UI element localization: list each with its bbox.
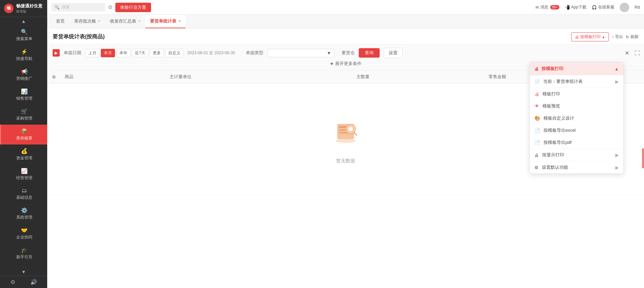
template-pdf-item[interactable]: 📄 按模板导出pdf xyxy=(530,136,623,149)
main-area: 🔍 搜索 ⚙ 体验行业方案 ✉ 消息 99+ 📲 App下载 🎧 在线客服 Ri… xyxy=(47,0,644,288)
current-template-section: 📄 当前：要货单统计表 ▶ xyxy=(530,75,623,88)
app-download-icon: 📲 xyxy=(565,5,570,10)
set-default-item[interactable]: ⚙ 设置默认功能 ▶ xyxy=(530,161,623,173)
settings-button[interactable]: 设置 xyxy=(384,48,403,58)
user-name: Rit xyxy=(635,5,640,10)
preview-icon: 👁 xyxy=(534,103,539,109)
user-avatar[interactable] xyxy=(620,3,629,12)
date-btn-custom[interactable]: 自定义 xyxy=(165,49,183,57)
window-close-btn[interactable]: ✕ xyxy=(623,49,631,58)
set-default-section: ⚙ 设置默认功能 ▶ xyxy=(530,161,623,173)
col-settings[interactable]: ⚙ xyxy=(47,70,61,84)
order-type-select[interactable]: ▼ xyxy=(267,49,335,57)
sidebar-item-marketing[interactable]: 📢 营销推广 xyxy=(0,65,47,85)
template-print-item[interactable]: 🖨 模板打印 xyxy=(530,88,623,100)
tab-receivable-summary-close[interactable]: × xyxy=(138,19,141,24)
set-default-arrow: ▶ xyxy=(615,165,619,170)
template-excel-item[interactable]: 📄 按模板导出excel xyxy=(530,124,623,136)
sidebar-item-label: 搜索菜单 xyxy=(16,36,32,42)
col-unit: 主计量单位 xyxy=(166,70,352,84)
query-button[interactable]: 查询 xyxy=(359,48,380,58)
expand-label: 展开更多条件 xyxy=(335,61,361,67)
topbar-messages[interactable]: ✉ 消息 99+ xyxy=(535,4,559,10)
template-custom-item[interactable]: 🎨 模板自定义设计 xyxy=(530,112,623,124)
tab-receivable-summary[interactable]: 收发存汇总表 × xyxy=(105,15,145,28)
app-download-label: App下载 xyxy=(571,4,586,10)
search-icon: 🔍 xyxy=(21,29,28,35)
sidebar-scroll-down[interactable]: ▼ xyxy=(0,268,47,276)
sidebar-item-label: 库存核算 xyxy=(16,135,32,141)
display-print-item[interactable]: 🖨 按显示打印 ▶ xyxy=(530,149,623,161)
tab-order-stats-close[interactable]: × xyxy=(178,19,181,24)
topbar-gear-icon[interactable]: ⚙ xyxy=(108,4,113,10)
sidebar-item-finance[interactable]: 💰 资金管理 xyxy=(0,145,47,164)
date-btn-current[interactable]: 本月 xyxy=(101,49,115,57)
date-btn-more[interactable]: 更多 xyxy=(150,49,164,57)
sidebar-item-inventory[interactable]: 📦 库存核算 xyxy=(0,125,47,145)
sidebar-nav: 🔍 搜索菜单 ⚡ 快捷导航 📢 营销推广 📊 销售管理 🛒 采购管理 📦 库存核… xyxy=(0,25,47,268)
sidebar-logo: 畅 畅捷通好生意 标准版 xyxy=(0,0,47,17)
tab-order-stats[interactable]: 要货单统计表 × xyxy=(145,15,185,28)
sidebar-audio-btn[interactable]: 🔊 xyxy=(30,279,37,285)
sidebar-item-search[interactable]: 🔍 搜索菜单 xyxy=(0,25,47,45)
design-icon: 🎨 xyxy=(534,116,540,121)
sidebar-item-label: 销售管理 xyxy=(16,96,32,101)
export-label: 导出 xyxy=(615,34,623,40)
topbar-cta-button[interactable]: 体验行业方案 xyxy=(115,3,151,12)
sidebar-item-enterprise[interactable]: 🤝 企业协同 xyxy=(0,224,47,244)
template-custom-label: 模板自定义设计 xyxy=(544,115,574,121)
sidebar-item-purchase[interactable]: 🛒 采购管理 xyxy=(0,105,47,125)
sidebar-item-sales[interactable]: 📊 销售管理 xyxy=(0,85,47,105)
print-template-button[interactable]: 🖨 按模板打印 ▲ xyxy=(571,32,609,41)
quicknav-icon: ⚡ xyxy=(21,49,28,55)
export-button[interactable]: ↑ 导出 xyxy=(612,34,623,40)
template-preview-item[interactable]: 👁 模板预览 xyxy=(530,100,623,112)
topbar-online-service[interactable]: 🎧 在线客服 xyxy=(592,4,614,10)
basic-icon: 🗂 xyxy=(22,188,27,194)
marketing-icon: 📢 xyxy=(21,68,28,75)
topbar-search-icon: 🔍 xyxy=(55,5,60,10)
date-range-display: 2023-06-01 至 2023-06-30 xyxy=(187,50,235,56)
tab-inventory-batch-label: 库存批次账 xyxy=(74,18,96,24)
sidebar-scroll-up[interactable]: ▲ xyxy=(0,17,47,25)
current-template-item[interactable]: 📄 当前：要货单统计表 ▶ xyxy=(530,75,623,88)
edition-label: 标准版 xyxy=(16,9,42,13)
tab-inventory-batch[interactable]: 库存批次账 × xyxy=(69,15,105,28)
empty-illustration xyxy=(329,114,362,154)
sidebar-item-label: 企业协同 xyxy=(16,234,32,240)
window-expand-btn[interactable]: ⛶ xyxy=(633,49,641,58)
sidebar-item-quicknav[interactable]: ⚡ 快捷导航 xyxy=(0,45,47,65)
enterprise-icon: 🤝 xyxy=(21,227,28,233)
current-template-label: 当前：要货单统计表 xyxy=(543,78,583,85)
topbar-app-download[interactable]: 📲 App下载 xyxy=(565,4,586,10)
sidebar-item-apps[interactable]: 📱 应用中心 xyxy=(0,263,47,268)
messages-label: 消息 xyxy=(540,4,548,10)
inventory-icon: 📦 xyxy=(21,128,28,134)
filter-toggle-btn[interactable]: ▶ xyxy=(53,49,60,57)
dropdown-chevron-icon: ▼ xyxy=(327,51,331,56)
refresh-button[interactable]: ↻ 刷新 xyxy=(626,34,639,40)
scrollbar-handle[interactable] xyxy=(642,148,644,168)
sidebar-item-basic[interactable]: 🗂 基础信息 xyxy=(0,184,47,204)
sidebar-item-operation[interactable]: 📈 经营管理 xyxy=(0,164,47,184)
svg-point-0 xyxy=(335,139,356,143)
sidebar-item-system[interactable]: ⚙️ 系统管理 xyxy=(0,204,47,224)
empty-svg xyxy=(329,114,362,148)
sidebar-item-label: 系统管理 xyxy=(16,215,32,220)
date-btn-prev[interactable]: 上月 xyxy=(85,49,99,57)
sidebar: 畅 畅捷通好生意 标准版 ▲ 🔍 搜索菜单 ⚡ 快捷导航 📢 营销推广 📊 销售… xyxy=(0,0,47,288)
tab-home[interactable]: 首页 xyxy=(51,15,69,28)
print-dropdown-header[interactable]: 🖨 按模板打印 ▲ xyxy=(530,62,623,75)
col-qty: 主数量 xyxy=(352,70,485,84)
sidebar-settings-btn[interactable]: ⚙ xyxy=(10,279,15,285)
date-btn-year[interactable]: 本年 xyxy=(116,49,130,57)
display-print-label: 按显示打印 xyxy=(542,152,564,158)
newbie-icon: 🎓 xyxy=(21,247,28,253)
topbar-search[interactable]: 🔍 搜索 xyxy=(51,3,105,11)
date-btn-week7[interactable]: 近7天 xyxy=(132,49,148,57)
tab-inventory-batch-close[interactable]: × xyxy=(98,19,100,24)
page-header: 要货单统计表(按商品) 🖨 按模板打印 ▲ ↑ 导出 ↻ 刷新 xyxy=(47,28,644,44)
template-preview-label: 模板预览 xyxy=(543,103,560,109)
sidebar-item-newbie[interactable]: 🎓 新手引导 xyxy=(0,244,47,263)
expand-more-btn[interactable]: ▼ 展开更多条件 xyxy=(330,61,362,67)
